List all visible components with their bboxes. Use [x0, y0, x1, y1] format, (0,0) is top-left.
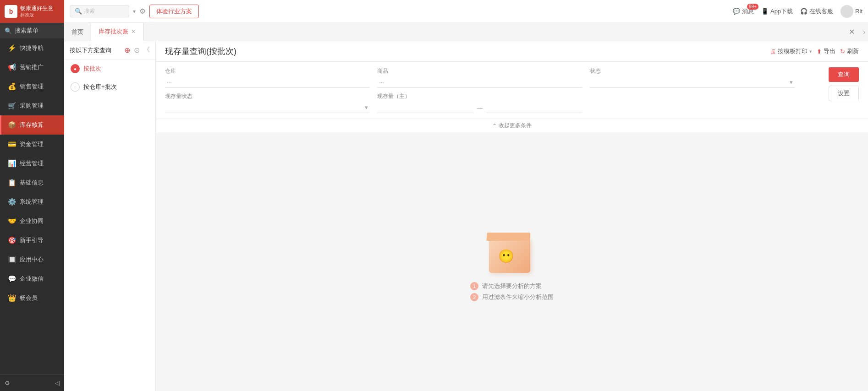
sidebar-item-member[interactable]: 👑 畅会员	[0, 288, 64, 308]
title-bar-actions: 🖨 按模板打印 ▾ ⬆ 导出 ↻ 刷新	[770, 47, 859, 55]
topbar-dropdown-arrow[interactable]: ▾	[133, 8, 136, 15]
topbar-gear-icon[interactable]: ⚙	[139, 7, 146, 16]
print-btn[interactable]: 🖨 按模板打印 ▾	[770, 47, 812, 55]
sidebar-collapse-btn[interactable]: ◁	[55, 380, 60, 386]
print-icon: 🖨	[770, 48, 776, 55]
tab-batch-label: 库存批次账	[99, 27, 128, 36]
page-title: 现存量查询(按批次)	[165, 46, 236, 57]
app-name: 畅康通好生意	[20, 5, 53, 12]
sidebar-label-system: 系统管理	[20, 198, 44, 206]
warehouse-select[interactable]: ···	[165, 77, 370, 88]
sidebar-item-enterprise[interactable]: 🤝 企业协同	[0, 212, 64, 231]
plan-settings-icon[interactable]: ⊙	[134, 46, 140, 54]
newbie-icon: 🎯	[8, 236, 16, 244]
stock-status-label: 现存量状态	[165, 92, 370, 100]
left-panel-title: 按以下方案查询	[70, 46, 111, 54]
tabs-panel-close-btn[interactable]: ✕	[843, 27, 860, 36]
app-download-action[interactable]: 📱 App下载	[761, 7, 793, 16]
online-service-label: 在线客服	[809, 7, 833, 16]
refresh-btn[interactable]: ↻ 刷新	[840, 47, 859, 55]
filter-area: 仓库 ··· 商品 ··· 状态	[156, 62, 868, 132]
sidebar-item-system[interactable]: ⚙️ 系统管理	[0, 192, 64, 212]
collapse-more-btn[interactable]: ⌃ 收起更多条件	[156, 119, 868, 132]
sidebar-item-purchase[interactable]: 🛒 采购管理	[0, 96, 64, 115]
tip-text-2: 用过滤条件来缩小分析范围	[482, 293, 554, 301]
sidebar-label-newbie: 新手引导	[20, 236, 44, 244]
sidebar-header: b 畅康通好生意 标准版	[0, 0, 64, 23]
topbar-search-text: 搜索	[84, 7, 95, 15]
add-plan-icon[interactable]: ⊕	[124, 46, 130, 54]
empty-tips: 1 请先选择要分析的方案 2 用过滤条件来缩小分析范围	[470, 282, 554, 301]
panel-collapse-icon[interactable]: 《	[143, 46, 150, 54]
tab-batch-account[interactable]: 库存批次账 ✕	[91, 23, 143, 41]
right-content: 现存量查询(按批次) 🖨 按模板打印 ▾ ⬆ 导出 ↻ 刷新	[156, 41, 868, 391]
stock-status-dropdown-icon: ▾	[365, 104, 368, 111]
sidebar-search-label: 搜索菜单	[15, 27, 38, 35]
print-arrow-icon: ▾	[809, 49, 812, 54]
plan-label-by-batch: 按批次	[83, 65, 101, 73]
product-select[interactable]: ···	[377, 77, 582, 88]
page-title-bar: 现存量查询(按批次) 🖨 按模板打印 ▾ ⬆ 导出 ↻ 刷新	[156, 41, 868, 62]
product-filter: 商品 ···	[377, 67, 582, 88]
tab-close-icon[interactable]: ✕	[131, 28, 136, 35]
topbar-search-box[interactable]: 🔍 搜索	[70, 5, 129, 17]
stock-qty-filter: 现存量（主） —	[377, 92, 582, 113]
export-label: 导出	[824, 47, 835, 55]
sidebar-footer: ⚙ ◁	[0, 375, 64, 391]
marketing-icon: 📢	[8, 63, 16, 71]
tabs-more-btn[interactable]: ›	[860, 28, 868, 36]
sidebar-item-basics[interactable]: 📋 基础信息	[0, 173, 64, 192]
print-label: 按模板打印	[778, 47, 808, 55]
tip-num-1: 1	[470, 282, 478, 290]
app-version: 标准版	[20, 12, 53, 18]
sidebar-label-finance: 资金管理	[20, 140, 44, 148]
stock-qty-label: 现存量（主）	[377, 92, 473, 100]
query-button[interactable]: 查询	[829, 67, 859, 82]
warehouse-placeholder: ···	[167, 79, 172, 86]
topbar: 🔍 搜索 ▾ ⚙ 体验行业方案 💬 消息 99+ 📱 App下载 🎧 在线客服 …	[64, 0, 868, 23]
status-label: 状态	[590, 67, 795, 75]
export-icon: ⬆	[817, 48, 822, 55]
app-name-block: 畅康通好生意 标准版	[20, 5, 53, 18]
sidebar-item-inventory[interactable]: 📦 库存核算	[0, 115, 64, 135]
messages-badge: 99+	[747, 4, 758, 10]
sidebar-item-appstore[interactable]: 🔲 应用中心	[0, 250, 64, 269]
sidebar-label-purchase: 采购管理	[20, 102, 44, 110]
collapse-label: 收起更多条件	[499, 122, 532, 130]
topbar-actions: 💬 消息 99+ 📱 App下载 🎧 在线客服 Rit	[733, 5, 863, 18]
sidebar-item-sales[interactable]: 💰 销售管理	[0, 77, 64, 96]
wechat-icon: 💬	[8, 275, 16, 283]
plan-active-dot: ●	[71, 64, 80, 73]
online-service-action[interactable]: 🎧 在线客服	[800, 7, 833, 16]
sidebar-search[interactable]: 🔍 搜索菜单	[0, 23, 64, 38]
app-logo: b	[5, 5, 17, 18]
tab-home[interactable]: 首页	[64, 23, 91, 41]
plan-item-by-warehouse-batch[interactable]: ○ 按仓库+批次	[64, 78, 155, 96]
tabs-bar: 首页 库存批次账 ✕ ✕ ›	[64, 23, 868, 41]
sidebar-settings-btn[interactable]: ⚙	[5, 380, 10, 386]
stock-qty-from-input[interactable]	[377, 102, 473, 113]
plan-item-by-batch[interactable]: ● 按批次	[64, 60, 155, 78]
refresh-icon: ↻	[840, 48, 845, 55]
messages-action[interactable]: 💬 消息 99+	[733, 7, 754, 16]
sidebar-label-member: 畅会员	[20, 294, 38, 302]
sidebar-item-newbie[interactable]: 🎯 新手引导	[0, 231, 64, 250]
status-dropdown-icon: ▾	[790, 79, 793, 86]
export-btn[interactable]: ⬆ 导出	[817, 47, 835, 55]
empty-illustration: 😶	[484, 223, 539, 273]
left-panel-header: 按以下方案查询 ⊕ ⊙ 《	[64, 41, 155, 60]
status-select[interactable]: ▾	[590, 77, 795, 88]
main-area: 🔍 搜索 ▾ ⚙ 体验行业方案 💬 消息 99+ 📱 App下载 🎧 在线客服 …	[64, 0, 868, 391]
sidebar-item-marketing[interactable]: 📢 营销推广	[0, 58, 64, 77]
sidebar-item-wechat[interactable]: 💬 企业微信	[0, 269, 64, 288]
sidebar-item-operations[interactable]: 📊 经营管理	[0, 154, 64, 173]
stock-status-select[interactable]: ▾	[165, 102, 370, 113]
settings-button[interactable]: 设置	[829, 86, 859, 101]
user-profile-action[interactable]: Rit	[841, 5, 863, 18]
search-icon: 🔍	[5, 27, 12, 34]
trial-button[interactable]: 体验行业方案	[149, 5, 199, 18]
empty-tip-2: 2 用过滤条件来缩小分析范围	[470, 293, 554, 301]
sidebar-item-finance[interactable]: 💳 资金管理	[0, 135, 64, 154]
stock-qty-to-input[interactable]	[487, 102, 582, 113]
sidebar-item-quick-nav[interactable]: ⚡ 快捷导航	[0, 38, 64, 58]
